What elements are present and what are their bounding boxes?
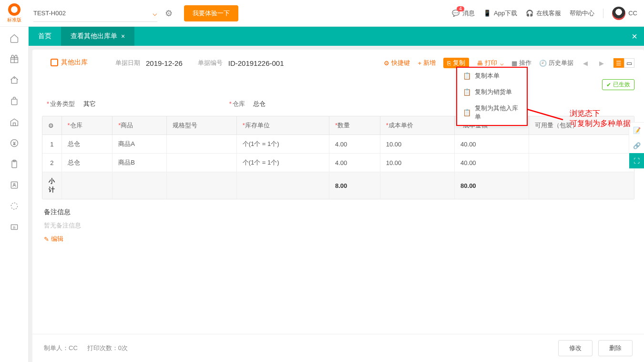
close-all-tabs[interactable]: ×	[625, 27, 644, 46]
history-icon: 🕘	[539, 60, 547, 67]
logo-icon	[8, 3, 20, 16]
list-view-toggle[interactable]: ☰	[613, 58, 624, 68]
house-icon[interactable]	[10, 75, 19, 85]
warehouse-icon[interactable]	[10, 117, 19, 127]
chevron-down-icon: ⌵	[500, 60, 504, 67]
user-menu[interactable]: CC	[612, 7, 637, 20]
print-icon: 🖶	[477, 60, 483, 67]
online-service-link[interactable]: 🎧 在线客服	[526, 9, 561, 18]
print-action[interactable]: 🖶打印⌵	[477, 59, 504, 67]
date-label: 单据日期	[115, 59, 140, 67]
company-name: TEST-H002	[33, 10, 66, 17]
grid-icon: ▦	[511, 60, 517, 67]
table-row[interactable]: 1 总仓 商品A 个(1个 = 1个) 4.00 10.00 40.00	[42, 135, 634, 154]
copy-icon: ⎘	[447, 60, 451, 67]
operate-action[interactable]: ▦操作	[511, 59, 532, 67]
experience-button[interactable]: 我要体验一下	[184, 5, 238, 21]
modify-button[interactable]: 修改	[558, 340, 593, 356]
doc-icon	[51, 59, 58, 66]
home-icon[interactable]	[10, 33, 19, 43]
svg-rect-3	[13, 123, 15, 126]
biz-type-field: *业务类型 其它	[47, 100, 96, 108]
money-icon[interactable]	[10, 138, 19, 148]
left-sidebar: 新	[0, 27, 29, 362]
add-action[interactable]: +新增	[418, 59, 436, 67]
next-arrow-icon[interactable]: ▶	[597, 60, 606, 67]
col-product: *商品	[112, 116, 167, 135]
col-unit: *库存单位	[236, 116, 329, 135]
history-action[interactable]: 🕘历史单据	[539, 59, 573, 67]
svg-text:新: 新	[13, 226, 16, 229]
note-icon[interactable]: 📝	[629, 123, 644, 138]
copy-as-sales[interactable]: 📋复制为销货单	[457, 84, 527, 100]
clipboard-icon[interactable]	[10, 159, 19, 169]
prev-arrow-icon[interactable]: ◀	[581, 60, 590, 67]
edit-icon: ✎	[44, 236, 49, 243]
col-cost-price: *成本单价	[380, 116, 454, 135]
top-header: 标准版 TEST-H002 ⌵ ⚙ 我要体验一下 💬 消息 4 📱 App下载 …	[0, 0, 644, 27]
refresh-icon[interactable]	[10, 201, 19, 211]
message-badge: 4	[457, 6, 464, 11]
edit-remarks-link[interactable]: ✎ 编辑	[44, 235, 633, 243]
svg-point-1	[14, 78, 15, 79]
copy-dropdown: 📋复制本单 📋复制为销货单 📋复制为其他入库单	[456, 67, 528, 126]
status-badge: ✔ 已生效	[602, 79, 634, 90]
tab-view-outbound[interactable]: 查看其他出库单 ×	[61, 27, 134, 46]
avatar	[612, 7, 625, 20]
divider	[603, 9, 603, 18]
col-qty: *数量	[329, 116, 380, 135]
svg-point-8	[13, 184, 15, 185]
phone-icon: 📱	[483, 10, 491, 17]
subtotal-row: 小计 8.00 80.00	[42, 172, 634, 199]
data-table: ⚙ *仓库 *商品 规格型号 *库存单位 *数量 *成本单价 *成本金额 可用量…	[42, 116, 634, 199]
creator-info: 制单人：CC	[44, 344, 78, 352]
logo-text: 标准版	[0, 17, 29, 23]
expand-icon[interactable]: ⛶	[629, 153, 644, 168]
copy-as-inbound[interactable]: 📋复制为其他入库单	[457, 100, 527, 125]
help-center-link[interactable]: 帮助中心	[570, 9, 594, 18]
headset-icon: 🎧	[526, 10, 533, 17]
new-icon[interactable]: 新	[10, 222, 19, 232]
col-available: 可用量（包装）	[529, 116, 634, 135]
logo[interactable]: 标准版	[0, 3, 29, 23]
messages-link[interactable]: 💬 消息 4	[452, 9, 475, 18]
gear-icon: ⚙	[384, 60, 389, 67]
copy-this-doc[interactable]: 📋复制本单	[457, 68, 527, 84]
doc-icon: 📋	[463, 88, 471, 96]
content-area: 首页 查看其他出库单 × × 其他出库 单据日期 2019-12-26	[29, 27, 644, 362]
id-value: ID-20191226-001	[228, 59, 284, 67]
right-float-bar: 📝 🔗 ⛶	[629, 122, 644, 169]
contact-icon[interactable]	[10, 180, 19, 190]
print-count-info: 打印次数：0次	[87, 344, 128, 352]
remarks-title: 备注信息	[44, 208, 633, 217]
doc-icon: 📋	[463, 72, 471, 80]
card-view-toggle[interactable]: ▭	[624, 58, 634, 68]
app-download-link[interactable]: 📱 App下载	[483, 9, 517, 18]
close-icon[interactable]: ×	[121, 32, 125, 40]
doc-icon: 📋	[463, 109, 471, 116]
doc-title-tab[interactable]: 其他出库	[42, 53, 96, 72]
bag-icon[interactable]	[10, 96, 19, 106]
document-card: 其他出库 单据日期 2019-12-26 单据编号 ID-20191226-00…	[32, 50, 644, 362]
table-row[interactable]: 2 总仓 商品B 个(1个 = 1个) 4.00 10.00 40.00	[42, 154, 634, 172]
plus-icon: +	[418, 60, 421, 67]
svg-rect-2	[11, 99, 17, 105]
date-value: 2019-12-26	[146, 59, 183, 67]
warehouse-field: *仓库 总仓	[229, 100, 266, 108]
shortcut-action[interactable]: ⚙快捷键	[384, 59, 410, 67]
company-select[interactable]: TEST-H002 ⌵	[33, 5, 157, 22]
delete-button[interactable]: 删除	[598, 340, 633, 356]
col-warehouse: *仓库	[61, 116, 112, 135]
row-settings-header[interactable]: ⚙	[42, 116, 61, 135]
chevron-down-icon: ⌵	[153, 9, 157, 18]
col-spec: 规格型号	[167, 116, 237, 135]
form-row: *业务类型 其它 *仓库 总仓	[32, 90, 644, 116]
remarks-placeholder: 暂无备注信息	[44, 221, 633, 230]
tab-home[interactable]: 首页	[29, 27, 61, 46]
tabs-bar: 首页 查看其他出库单 × ×	[29, 27, 644, 46]
link-icon[interactable]: 🔗	[629, 138, 644, 153]
gift-icon[interactable]	[10, 54, 19, 64]
check-icon: ✔	[606, 82, 611, 88]
settings-icon[interactable]: ⚙	[165, 8, 173, 19]
doc-header: 其他出库 单据日期 2019-12-26 单据编号 ID-20191226-00…	[32, 50, 644, 72]
